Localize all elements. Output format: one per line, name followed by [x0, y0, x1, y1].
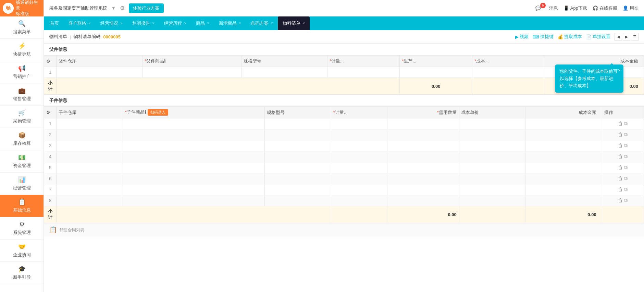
parent-spec-cell[interactable] — [242, 67, 327, 78]
child-amount-cell[interactable] — [525, 140, 602, 151]
child-unit-cell[interactable] — [331, 118, 387, 129]
child-spec-cell[interactable] — [264, 195, 331, 206]
child-amount-cell[interactable] — [525, 173, 602, 184]
cost-action[interactable]: 💰 提取成本 — [558, 34, 582, 40]
child-unit-cell[interactable] — [331, 195, 387, 206]
child-amount-cell[interactable] — [525, 129, 602, 140]
nav-tab-新增商品[interactable]: 新增商品× — [214, 16, 246, 30]
nav-list-btn[interactable]: ☰ — [631, 33, 639, 40]
sidebar-item-manage[interactable]: 📊经营管理 — [0, 173, 44, 195]
sidebar-item-fund[interactable]: 💵资金管理 — [0, 150, 44, 173]
delete-icon[interactable]: 🗑 — [618, 121, 623, 127]
child-unit-cell[interactable] — [331, 173, 387, 184]
tab-close-icon[interactable]: × — [120, 21, 123, 26]
delete-icon[interactable]: 🗑 — [618, 176, 623, 182]
child-spec-cell[interactable] — [264, 118, 331, 129]
child-product-cell[interactable] — [123, 162, 264, 173]
try-button[interactable]: 体验行业方案 — [129, 3, 164, 13]
child-product-cell[interactable] — [123, 184, 264, 195]
child-spec-cell[interactable] — [264, 129, 331, 140]
child-spec-cell[interactable] — [264, 151, 331, 162]
delete-icon[interactable]: 🗑 — [618, 187, 623, 192]
tooltip-close-btn[interactable]: × — [618, 67, 621, 74]
nav-tab-利润报告[interactable]: 利润报告× — [127, 16, 159, 30]
child-qty-cell[interactable] — [387, 162, 459, 173]
message-action[interactable]: 💬 6 消息 — [535, 5, 558, 11]
parent-production-cell[interactable] — [400, 67, 472, 78]
sidebar-item-sales[interactable]: 💼销售管理 — [0, 83, 44, 106]
child-spec-cell[interactable] — [264, 184, 331, 195]
sidebar-item-collab[interactable]: 🤝企业协同 — [0, 240, 44, 262]
nav-tab-商品[interactable]: 商品× — [191, 16, 214, 30]
sidebar-item-inventory[interactable]: 📦库存核算 — [0, 128, 44, 150]
copy-icon[interactable]: ⧉ — [624, 154, 628, 160]
child-unit-cost-cell[interactable] — [459, 195, 525, 206]
child-qty-cell[interactable] — [387, 118, 459, 129]
nav-next-btn[interactable]: ▶ — [623, 33, 630, 40]
tab-close-icon[interactable]: × — [207, 21, 209, 26]
nav-tab-首页[interactable]: 首页 — [45, 16, 64, 30]
child-amount-cell[interactable] — [525, 195, 602, 206]
child-warehouse-cell[interactable] — [57, 184, 123, 195]
delete-icon[interactable]: 🗑 — [618, 132, 623, 138]
child-unit-cost-cell[interactable] — [459, 173, 525, 184]
app-download-action[interactable]: 📱 App下载 — [564, 5, 587, 11]
parent-cost-cell[interactable] — [472, 67, 545, 78]
child-spec-cell[interactable] — [264, 173, 331, 184]
nav-tab-客户联络[interactable]: 客户联络× — [64, 16, 96, 30]
tab-close-icon[interactable]: × — [302, 21, 305, 26]
child-qty-cell[interactable] — [387, 151, 459, 162]
child-unit-cost-cell[interactable] — [459, 118, 525, 129]
child-product-cell[interactable] — [123, 195, 264, 206]
child-product-cell[interactable] — [123, 118, 264, 129]
child-unit-cell[interactable] — [331, 151, 387, 162]
tab-close-icon[interactable]: × — [271, 21, 273, 26]
nav-tab-经营情况[interactable]: 经营情况× — [96, 16, 127, 30]
scan-button[interactable]: 扫码录入 — [148, 109, 168, 116]
child-product-cell[interactable] — [123, 173, 264, 184]
copy-icon[interactable]: ⧉ — [624, 132, 628, 138]
child-warehouse-cell[interactable] — [57, 151, 123, 162]
sidebar-item-nav[interactable]: ⚡快捷导航 — [0, 39, 44, 61]
delete-icon[interactable]: 🗑 — [618, 198, 623, 203]
child-warehouse-cell[interactable] — [57, 140, 123, 151]
parent-col-settings[interactable]: ⚙ — [44, 56, 57, 67]
child-amount-cell[interactable] — [525, 162, 602, 173]
child-unit-cost-cell[interactable] — [459, 151, 525, 162]
tab-close-icon[interactable]: × — [184, 21, 186, 26]
shortcut-action[interactable]: ⌨ 快捷键 — [533, 34, 554, 40]
child-amount-cell[interactable] — [525, 184, 602, 195]
nav-tab-条码方案[interactable]: 条码方案× — [246, 16, 278, 30]
dropdown-icon[interactable]: ▼ — [111, 5, 116, 11]
child-amount-cell[interactable] — [525, 151, 602, 162]
child-amount-cell[interactable] — [525, 118, 602, 129]
child-qty-cell[interactable] — [387, 173, 459, 184]
tab-close-icon[interactable]: × — [239, 21, 241, 26]
copy-icon[interactable]: ⧉ — [624, 187, 628, 192]
delete-icon[interactable]: 🗑 — [618, 165, 623, 171]
child-unit-cost-cell[interactable] — [459, 140, 525, 151]
child-unit-cell[interactable] — [331, 184, 387, 195]
child-spec-cell[interactable] — [264, 140, 331, 151]
parent-unit-cell[interactable] — [327, 67, 400, 78]
view-action[interactable]: ▶ 视频 — [515, 34, 529, 40]
sidebar-item-purchase[interactable]: 🛒采购管理 — [0, 106, 44, 128]
sidebar-item-system[interactable]: ⚙系统管理 — [0, 217, 44, 240]
copy-icon[interactable]: ⧉ — [624, 176, 628, 182]
child-unit-cost-cell[interactable] — [459, 184, 525, 195]
copy-icon[interactable]: ⧉ — [624, 198, 628, 203]
sidebar-item-search[interactable]: 🔍搜索菜单 — [0, 16, 44, 39]
delete-icon[interactable]: 🗑 — [618, 143, 623, 149]
child-product-cell[interactable] — [123, 151, 264, 162]
user-action[interactable]: 👤 用友 — [623, 5, 639, 11]
child-qty-cell[interactable] — [387, 184, 459, 195]
breadcrumb-item[interactable]: 物料清单 — [49, 34, 67, 40]
child-warehouse-cell[interactable] — [57, 129, 123, 140]
child-spec-cell[interactable] — [264, 162, 331, 173]
child-unit-cost-cell[interactable] — [459, 162, 525, 173]
child-warehouse-cell[interactable] — [57, 195, 123, 206]
child-warehouse-cell[interactable] — [57, 173, 123, 184]
child-unit-cell[interactable] — [331, 140, 387, 151]
child-product-cell[interactable] — [123, 140, 264, 151]
sidebar-item-marketing[interactable]: 📢营销推广 — [0, 61, 44, 83]
